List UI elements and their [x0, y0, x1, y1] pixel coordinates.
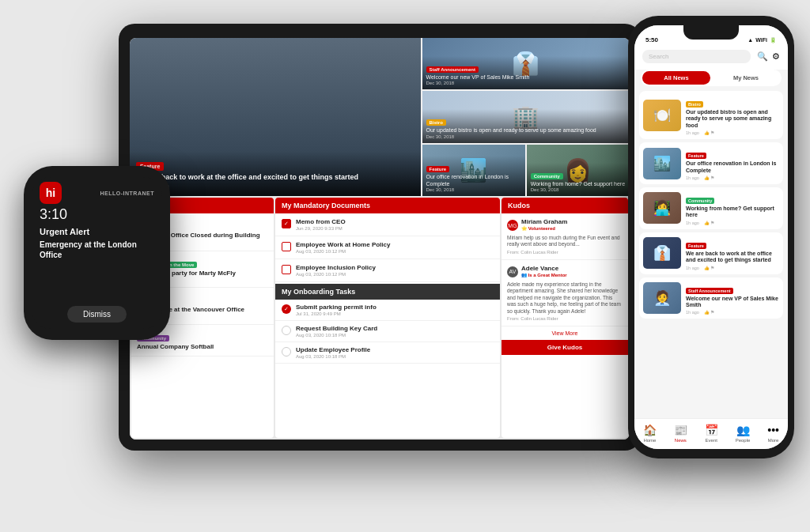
doc-item-1[interactable]: ✓ Memo from CEO Jun 29, 2020 9:33 PM — [275, 213, 500, 236]
hero-card-2-badge: Bistro — [426, 119, 446, 126]
doc-1-date: Jun 29, 2020 9:33 PM — [296, 226, 346, 231]
phone-news-title-5: Welcome our new VP of Sales Mike Smith — [686, 296, 779, 309]
phone-news-title-2: Our office renovation in London is Compl… — [686, 160, 779, 174]
phone-news-item-2[interactable]: 🏙️ Feature Our office renovation in Lond… — [639, 142, 783, 184]
hero-main-overlay: Feature We are back to work at the offic… — [130, 151, 421, 196]
phone-news-meta-5: 1h ago 👍 ⚑ — [686, 310, 779, 315]
watch-app-name: HELLO-INTRANET — [100, 191, 154, 196]
hero-card-3-date: Dec 30, 2018 — [426, 187, 521, 192]
hero-card-4-badge: Community — [531, 173, 563, 179]
phone-news-item-5[interactable]: 🧑‍💼 Staff Announcement Welcome our new V… — [639, 277, 783, 319]
hero-main-image: Feature We are back to work at the offic… — [130, 38, 421, 196]
phone-time: 5:50 — [645, 36, 658, 43]
phone-news-content-2: Feature Our office renovation in London … — [686, 146, 779, 180]
phone-screen: 5:50 ▲WiFi🔋 Search 🔍 ⚙ All News My News — [634, 25, 788, 449]
hero-card-3-badge: Feature — [426, 166, 450, 172]
kudos-panel: Kudos MG Miriam Graham ⭐ Volunteered Mir… — [502, 198, 628, 438]
watch-alert-text: Urgent Alert Emergency at the London Off… — [32, 223, 162, 306]
watch-device: hi HELLO-INTRANET 3:10 Urgent Alert Emer… — [24, 166, 170, 340]
task-check-2 — [282, 326, 291, 335]
hero-card-4-date: Dec 30, 2018 — [531, 187, 626, 192]
hero-main-text: We are back to work at the office and ex… — [136, 173, 414, 183]
mandatory-docs-panel: My Mandatory Documents ✓ Memo from CEO J… — [275, 198, 500, 438]
hero-card-4-text: Working from home? Get support here — [531, 181, 626, 187]
search-icon[interactable]: 🔍 — [757, 51, 768, 62]
kudos-avatar-2: AV — [507, 266, 518, 277]
phone-news-thumb-5: 🧑‍💼 — [643, 282, 681, 314]
task-item-1[interactable]: ✓ Submit parking permit info Jul 31, 202… — [275, 300, 500, 321]
phone-status-icons: ▲WiFi🔋 — [748, 36, 777, 43]
watch-screen: hi HELLO-INTRANET 3:10 Urgent Alert Emer… — [32, 177, 162, 329]
phone-nav-event[interactable]: 📅 Event — [705, 424, 718, 443]
doc-check-1: ✓ — [282, 219, 291, 228]
task-item-3[interactable]: Update Employee Profile Aug 03, 2020 10:… — [275, 342, 500, 364]
phone-news-meta-1: 1h ago 👍 ⚑ — [686, 130, 779, 135]
people-icon: 👥 — [736, 424, 750, 436]
scene: Feature We are back to work at the offic… — [16, 16, 794, 522]
mandatory-docs-header: My Mandatory Documents — [275, 198, 500, 213]
onboarding-tasks-header: My Onboarding Tasks — [275, 284, 500, 300]
view-more-button[interactable]: View More — [502, 326, 628, 340]
phone-nav-home[interactable]: 🏠 Home — [643, 424, 657, 443]
news-icon: 📰 — [674, 424, 687, 436]
watch-dismiss-button[interactable]: Dismiss — [67, 306, 127, 323]
hero-card-2-overlay: Bistro Our updated bistro is open and re… — [422, 109, 630, 142]
doc-item-2[interactable]: Employee Work at Home Policy Aug 03, 202… — [275, 236, 500, 259]
task-check-3 — [282, 347, 291, 357]
phone-nav-news[interactable]: 📰 News — [674, 424, 687, 443]
tablet-bottom-panels: My News Operations Vancouver Office Clos… — [130, 196, 630, 440]
phone-search-icons: 🔍 ⚙ — [757, 51, 780, 62]
task-2-date: Aug 03, 2020 10:18 PM — [296, 333, 377, 338]
tab-all-news[interactable]: All News — [642, 71, 710, 85]
task-check-1: ✓ — [282, 304, 291, 314]
tablet-screen: Feature We are back to work at the offic… — [130, 38, 630, 440]
more-icon: ••• — [767, 424, 779, 436]
doc-check-3 — [282, 265, 291, 274]
hero-main-date: Dec 30, 2018 — [136, 184, 414, 190]
hero-card-1: 👔 Staff Announcement Welcome our new VP … — [422, 38, 630, 89]
phone-news-item-4[interactable]: 👔 Feature We are back to work at the off… — [639, 232, 783, 274]
hero-card-4: 👩 Community Working from home? Get suppo… — [527, 145, 630, 196]
phone-news-title-4: We are back to work at the office and ex… — [686, 251, 779, 264]
task-1-title: Submit parking permit info — [296, 304, 377, 311]
hero-card-1-overlay: Staff Announcement Welcome our new VP of… — [422, 56, 630, 89]
home-icon: 🏠 — [643, 424, 657, 436]
phone-news-item-3[interactable]: 👩‍💻 Community Working from home? Get sup… — [639, 187, 783, 229]
task-3-date: Aug 03, 2020 10:18 PM — [296, 354, 370, 359]
kudos-item-2[interactable]: AV Adele Vance 👥 Is a Great Mentor Adele… — [502, 260, 628, 326]
kudos-header: Kudos — [502, 198, 628, 213]
filter-icon[interactable]: ⚙ — [772, 51, 780, 62]
kudos-from-1: From: Colin Lucas Rider — [507, 250, 623, 255]
tablet-hero: Feature We are back to work at the offic… — [130, 38, 630, 196]
phone-news-item-1[interactable]: 🍽️ Bistro Our updated bistro is open and… — [639, 91, 783, 139]
hero-card-2: 🏢 Bistro Our updated bistro is open and … — [422, 91, 630, 142]
phone-news-content-1: Bistro Our updated bistro is open and re… — [686, 95, 779, 135]
doc-1-title: Memo from CEO — [296, 218, 346, 225]
give-kudos-button[interactable]: Give Kudos — [502, 340, 628, 355]
kudos-from-2: From: Colin Lucas Rider — [507, 316, 623, 321]
kudos-text-2: Adele made my experience starting in the… — [507, 281, 623, 315]
phone-news-meta-4: 1h ago 👍 ⚑ — [686, 266, 779, 270]
phone-news-title-1: Our updated bistro is open and ready to … — [686, 109, 779, 129]
doc-2-title: Employee Work at Home Policy — [296, 241, 390, 248]
phone-news-meta-3: 1h ago 👍 ⚑ — [686, 221, 779, 225]
phone-news-badge-5: Staff Announcement — [686, 288, 733, 294]
hero-right-column: 👔 Staff Announcement Welcome our new VP … — [422, 38, 630, 196]
task-3-title: Update Employee Profile — [296, 346, 370, 353]
phone-news-list: 🍽️ Bistro Our updated bistro is open and… — [634, 91, 788, 418]
tab-my-news[interactable]: My News — [712, 71, 780, 85]
doc-item-3[interactable]: Employee Inclusion Policy Aug 03, 2020 1… — [275, 259, 500, 282]
phone-news-title-3: Working from home? Get support here — [686, 206, 779, 219]
phone-nav-people[interactable]: 👥 People — [736, 424, 751, 443]
doc-check-2 — [282, 242, 291, 251]
kudos-text-1: Miriam help us so much during the Fun ev… — [507, 235, 623, 248]
phone-news-thumb-4: 👔 — [643, 237, 681, 269]
kudos-name-1: Miriam Graham — [521, 218, 567, 225]
phone-search-bar: Search 🔍 ⚙ — [634, 47, 788, 70]
task-item-2[interactable]: Request Building Key Card Aug 03, 2020 1… — [275, 321, 500, 342]
phone-news-meta-2: 1h ago 👍 ⚑ — [686, 175, 779, 180]
phone-nav-more[interactable]: ••• More — [767, 424, 779, 443]
kudos-item-1[interactable]: MG Miriam Graham ⭐ Volunteered Miriam he… — [502, 213, 628, 260]
phone-search-input[interactable]: Search — [642, 50, 751, 63]
hero-card-3-text: Our office renovation in London is Compl… — [426, 174, 521, 187]
